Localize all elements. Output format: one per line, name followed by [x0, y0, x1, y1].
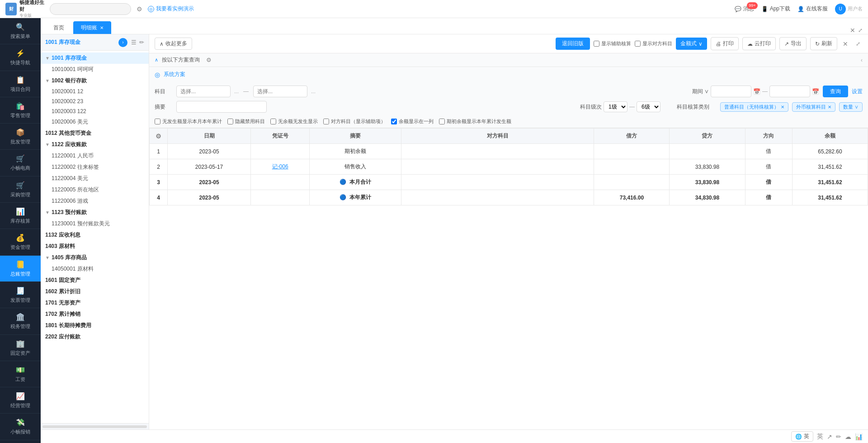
tree-item-11220006[interactable]: 11220006 游戏: [41, 195, 149, 207]
sidebar-item-wholesale[interactable]: 📦 批发管理: [0, 124, 41, 150]
sidebar-item-operations[interactable]: 📈 经营管理: [0, 387, 41, 414]
cloud-print-btn[interactable]: ☁ 云打印: [742, 37, 776, 50]
show-contra-checkbox[interactable]: [635, 41, 641, 47]
sidebar-item-search[interactable]: 🔍 搜索菜单: [0, 18, 41, 44]
tree-item-1405[interactable]: ▼ 1405 库存商品: [41, 252, 149, 263]
row-voucher-2[interactable]: 记-006: [251, 159, 310, 175]
no-balance-checkbox[interactable]: [155, 119, 160, 124]
scheme-label[interactable]: 系统方案: [164, 71, 185, 78]
sidebar-item-project[interactable]: 📋 项目合同: [0, 71, 41, 97]
settings-gear-icon[interactable]: ⚙: [135, 4, 144, 14]
tab-home[interactable]: 首页: [46, 21, 71, 34]
hide-disabled-checkbox[interactable]: [227, 119, 233, 124]
summary-input[interactable]: [176, 101, 267, 113]
edit-icon[interactable]: ✏: [139, 39, 144, 46]
list-icon[interactable]: ☰: [131, 39, 137, 46]
balance-one-col-checkbox[interactable]: [391, 119, 397, 124]
calendar-end-icon[interactable]: 📅: [812, 88, 819, 95]
table-settings-icon[interactable]: ⚙: [156, 133, 161, 140]
sidebar-item-xiaochang[interactable]: 💸 小畅报销: [0, 414, 41, 440]
refresh-btn[interactable]: ↻ 刷新: [810, 37, 837, 50]
query-btn[interactable]: 查询: [823, 86, 848, 97]
settings-circle-icon[interactable]: ⚙: [206, 57, 212, 63]
tree-item-11220001[interactable]: 11220001 人民币: [41, 150, 149, 162]
tab-detail[interactable]: 明细账 ✕: [73, 21, 111, 34]
tree-item-10020002[interactable]: 10020002 23: [41, 96, 149, 106]
tree-item-2202[interactable]: 2202 应付账款: [41, 331, 149, 343]
horizontal-scrollbar[interactable]: [42, 425, 147, 428]
sidebar-item-finance[interactable]: 💰 资金管理: [0, 229, 41, 255]
search-input[interactable]: [50, 3, 131, 15]
subject-input-end[interactable]: [253, 86, 307, 97]
subject-input-start[interactable]: [176, 86, 231, 97]
demo-link[interactable]: ◎ 我要看实例演示: [148, 5, 194, 13]
settings-link[interactable]: 设置: [852, 88, 863, 95]
status-icon-5[interactable]: 📊: [855, 433, 863, 440]
tag-quantity[interactable]: 数量 ∨: [839, 102, 863, 112]
sidebar-item-retail[interactable]: 🛍️ 零售管理: [0, 97, 41, 124]
amount-mode-btn[interactable]: 金额式 ∨: [676, 38, 707, 50]
tree-item-1001[interactable]: ▼ 1001 库存现金: [41, 52, 149, 64]
sidebar-item-invoice[interactable]: 🧾 发票管理: [0, 282, 41, 308]
period-end-input[interactable]: 2023-05: [769, 86, 810, 97]
online-service-btn[interactable]: 👤 在线客服: [797, 5, 828, 13]
tree-item-1801[interactable]: 1801 长期待摊费用: [41, 320, 149, 331]
tree-item-1012[interactable]: 1012 其他货币资金: [41, 128, 149, 139]
export-btn[interactable]: ↗ 导出: [779, 37, 807, 50]
tree-item-1122[interactable]: ▼ 1122 应收账款: [41, 139, 149, 150]
tree-item-14050001[interactable]: 14050001 原材料: [41, 263, 149, 275]
panel-close-btn[interactable]: ✕: [841, 39, 850, 48]
tree-item-1601[interactable]: 1601 固定资产: [41, 275, 149, 286]
app-download-btn[interactable]: 📱 App下载: [761, 5, 790, 13]
tree-item-10020001[interactable]: 10020001 12: [41, 86, 149, 96]
tree-item-1701[interactable]: 1701 无形资产: [41, 297, 149, 309]
tab-close-icon[interactable]: ✕: [100, 25, 104, 30]
sidebar-item-inventory[interactable]: 📊 库存核算: [0, 203, 41, 229]
sidebar-item-quicknav[interactable]: ⚡ 快捷导航: [0, 44, 41, 71]
show-year-beginning-checkbox[interactable]: [439, 119, 445, 124]
panel-expand-btn[interactable]: ⤢: [854, 39, 863, 48]
user-avatar-btn[interactable]: U 用户名: [835, 4, 863, 14]
sidebar-item-basic[interactable]: ℹ️ 基础信息: [0, 440, 41, 443]
tree-item-1702[interactable]: 1702 累计摊销: [41, 309, 149, 320]
status-icon-3[interactable]: ✏: [836, 433, 841, 440]
period-start-input[interactable]: 2023-05: [711, 86, 751, 97]
tree-item-1403[interactable]: 1403 原材料: [41, 241, 149, 252]
tag-close-icon-2[interactable]: ✕: [828, 105, 831, 110]
no-zero-checkbox[interactable]: [270, 119, 276, 124]
expand-more-btn[interactable]: ∧ 收起更多: [155, 38, 192, 50]
nav-arrow-btn[interactable]: ›: [118, 38, 127, 47]
tree-item-10020003[interactable]: 10020003 122: [41, 106, 149, 116]
col-settings[interactable]: ⚙: [150, 129, 168, 144]
window-expand-btn[interactable]: ⤢: [858, 27, 863, 33]
tree-item-11220005[interactable]: 11220005 所在地区: [41, 184, 149, 195]
tree-item-11220004[interactable]: 11220004 美元: [41, 173, 149, 184]
status-icon-2[interactable]: ↗: [827, 433, 832, 440]
level-from-select[interactable]: 1级: [604, 101, 627, 112]
filter-collapse-icon[interactable]: ‹: [861, 57, 863, 63]
tree-item-11220002[interactable]: 11220002 往来标签: [41, 162, 149, 173]
sidebar-item-ledger[interactable]: 📒 总账管理: [0, 256, 41, 282]
tag-close-icon-1[interactable]: ✕: [781, 105, 784, 110]
status-icon-1[interactable]: 英: [817, 433, 823, 441]
filter-toggle-btn[interactable]: ∧ 按以下方案查询 ⚙ ‹: [149, 53, 868, 67]
window-close-btn[interactable]: ✕: [850, 27, 855, 34]
sidebar-item-assets[interactable]: 🏢 固定资产: [0, 335, 41, 361]
sidebar-item-salary[interactable]: 💵 工资: [0, 361, 41, 387]
tree-item-10010001[interactable]: 10010001 呵呵呵: [41, 64, 149, 75]
tree-item-1123[interactable]: ▼ 1123 预付账款: [41, 207, 149, 218]
tree-item-1002[interactable]: ▼ 1002 银行存款: [41, 75, 149, 86]
sidebar-item-purchase[interactable]: 🛒 采购管理: [0, 176, 41, 203]
tree-item-1132[interactable]: 1132 应收利息: [41, 229, 149, 241]
print-btn[interactable]: 🖨 打印: [711, 37, 739, 50]
sidebar-item-tax[interactable]: 🏛️ 税务管理: [0, 308, 41, 334]
contra-checkbox[interactable]: [323, 119, 329, 124]
message-btn[interactable]: 💬 消息 99+: [735, 5, 754, 13]
level-to-select[interactable]: 6级: [637, 101, 660, 112]
tree-item-11230001[interactable]: 11230001 预付账款美元: [41, 218, 149, 229]
calendar-start-icon[interactable]: 📅: [753, 88, 760, 95]
status-icon-4[interactable]: ☁: [845, 433, 851, 440]
tree-item-1602[interactable]: 1602 累计折旧: [41, 286, 149, 297]
return-old-btn[interactable]: 退回旧版: [556, 38, 590, 50]
show-aux-checkbox[interactable]: [594, 41, 599, 47]
